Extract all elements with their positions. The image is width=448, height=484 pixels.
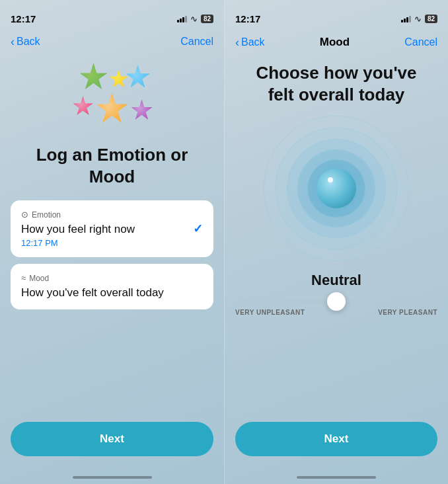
yellow-flower-icon (109, 69, 129, 89)
right-panel: 12:17 ∿ 82 ‹ Back Mood Cancel Choose how… (224, 0, 448, 484)
right-home-indicator (297, 476, 376, 479)
right-status-time: 12:17 (235, 13, 260, 24)
left-panel: 12:17 ∿ 82 ‹ Back Cancel Log an Emotion … (0, 0, 224, 484)
left-main-heading: Log an Emotion or Mood (0, 144, 224, 187)
right-main-heading: Choose how you've felt overall today (225, 62, 448, 105)
purple-flower-icon (131, 99, 153, 122)
left-back-button[interactable]: ‹ Back (11, 36, 40, 48)
left-nav-bar: ‹ Back Cancel (0, 30, 224, 53)
right-wifi-icon: ∿ (414, 14, 422, 24)
mood-slider-max-label: VERY PLEASANT (378, 309, 437, 316)
mood-option-desc: How you've felt overall today (21, 286, 203, 300)
pink-flower-icon (73, 96, 94, 117)
blue-flower-icon (126, 65, 151, 90)
mood-slider-track (235, 300, 437, 303)
emotion-label-row: ⊙ Emotion (21, 210, 203, 220)
right-back-button[interactable]: ‹ Back (235, 36, 265, 48)
left-status-icons: ∿ 82 (177, 14, 213, 24)
mood-rings-visual (264, 116, 409, 261)
left-cancel-button[interactable]: Cancel (180, 36, 213, 48)
right-battery-icon: 82 (425, 15, 437, 23)
right-back-label: Back (241, 36, 265, 48)
emotion-checkmark-icon: ✓ (193, 222, 203, 236)
green-flower-icon (79, 63, 108, 92)
left-back-label: Back (17, 36, 40, 48)
right-signal-icon (401, 15, 411, 22)
right-cancel-button[interactable]: Cancel (404, 36, 437, 48)
mood-slider-fill (235, 300, 336, 303)
left-home-indicator (73, 476, 152, 479)
mood-value-label: Neutral (311, 272, 361, 289)
emotion-option-desc: How you feel right now (21, 222, 203, 237)
mood-label-row: ≈ Mood (21, 273, 203, 283)
right-nav-title: Mood (320, 36, 350, 49)
emotion-option-time: 12:17 PM (21, 238, 203, 248)
right-next-button[interactable]: Next (235, 422, 437, 456)
mood-center-orb (317, 169, 356, 208)
mood-center-highlight (328, 177, 333, 182)
mood-option-card[interactable]: ≈ Mood How you've felt overall today (11, 264, 213, 309)
flowers-decoration (59, 60, 165, 139)
mood-option-icon: ≈ (21, 273, 26, 283)
left-back-chevron-icon: ‹ (11, 36, 15, 48)
right-back-chevron-icon: ‹ (235, 36, 239, 48)
emotion-option-card[interactable]: ⊙ Emotion How you feel right now 12:17 P… (11, 200, 213, 257)
left-status-time: 12:17 (11, 13, 36, 24)
emotion-option-icon: ⊙ (21, 210, 28, 220)
right-nav-bar: ‹ Back Mood Cancel (225, 30, 448, 54)
orange-flower-icon (96, 93, 129, 126)
left-signal-icon (177, 15, 187, 22)
mood-slider-min-label: VERY UNPLEASANT (235, 309, 305, 316)
left-battery-icon: 82 (201, 15, 213, 23)
right-status-bar: 12:17 ∿ 82 (225, 0, 448, 29)
left-wifi-icon: ∿ (190, 14, 198, 24)
options-container: ⊙ Emotion How you feel right now 12:17 P… (0, 200, 224, 309)
mood-circle-container (264, 116, 409, 261)
mood-option-label: Mood (29, 274, 49, 283)
emotion-option-label: Emotion (32, 210, 61, 220)
left-next-button[interactable]: Next (11, 422, 213, 456)
left-status-bar: 12:17 ∿ 82 (0, 0, 224, 29)
right-status-icons: ∿ 82 (401, 14, 437, 24)
mood-slider-thumb[interactable] (327, 292, 346, 311)
mood-slider-container: VERY UNPLEASANT VERY PLEASANT (235, 300, 437, 316)
